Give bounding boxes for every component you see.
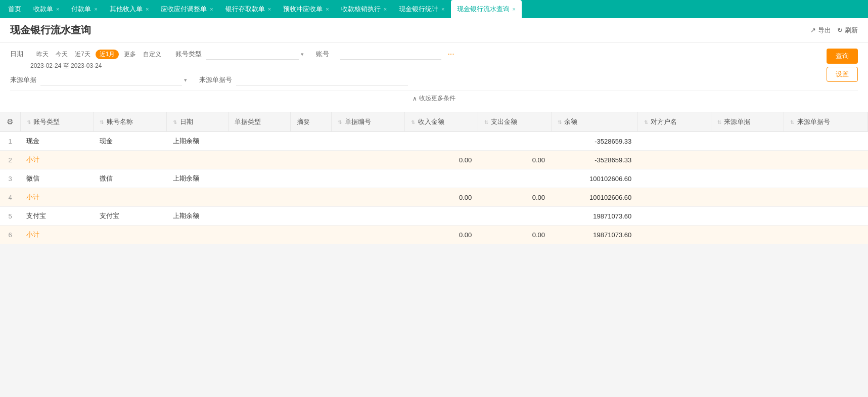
- row-summary: [290, 207, 331, 226]
- table-settings-col[interactable]: ⚙: [0, 112, 20, 132]
- row-doc-type: [228, 132, 290, 151]
- source-doc-no-filter: 来源单据号: [199, 74, 408, 85]
- close-receipt-icon[interactable]: ×: [56, 6, 59, 12]
- row-doc-type: [228, 169, 290, 188]
- row-doc-no: [332, 207, 405, 226]
- account-type-input[interactable]: [206, 49, 299, 60]
- refresh-button[interactable]: ↻ 刷新: [837, 26, 858, 35]
- row-balance: 19871073.60: [551, 207, 637, 226]
- source-doc-input[interactable]: [40, 74, 182, 85]
- sort-expense-icon: ⇅: [484, 119, 488, 125]
- nav-collection-exec[interactable]: 收款核销执行 ×: [335, 0, 393, 18]
- row-date: [167, 151, 228, 169]
- close-other-income-icon[interactable]: ×: [146, 6, 149, 12]
- row-balance: 100102606.60: [551, 169, 637, 188]
- row-summary: [290, 132, 331, 151]
- row-seq: 4: [0, 188, 20, 207]
- collapse-bar[interactable]: ∧ 收起更多条件: [10, 91, 858, 106]
- account-more-icon[interactable]: ···: [447, 50, 454, 59]
- row-source-doc: [711, 169, 784, 188]
- table-settings-icon[interactable]: ⚙: [7, 117, 13, 126]
- col-expense[interactable]: ⇅ 支出金额: [478, 112, 551, 132]
- shortcut-1month[interactable]: 近1月: [96, 50, 119, 59]
- table-header-row: ⚙ ⇅ 账号类型 ⇅ 账号名称 ⇅ 日期 单据类型 摘要: [0, 112, 868, 132]
- row-source-doc: [711, 151, 784, 169]
- close-collection-exec-icon[interactable]: ×: [384, 6, 387, 12]
- table-row: 3微信微信上期余额100102606.60: [0, 169, 868, 188]
- row-doc-no: [332, 132, 405, 151]
- row-counterparty: [637, 207, 711, 226]
- col-source-doc-no[interactable]: ⇅ 来源单据号: [784, 112, 868, 132]
- sort-balance-icon: ⇅: [558, 119, 562, 125]
- nav-bank-deposit[interactable]: 银行存取款单 ×: [219, 0, 277, 18]
- shortcut-yesterday[interactable]: 昨天: [34, 50, 51, 59]
- col-date[interactable]: ⇅ 日期: [167, 112, 228, 132]
- sort-source-doc-no-icon: ⇅: [790, 119, 794, 125]
- row-source-doc: [711, 188, 784, 207]
- col-balance[interactable]: ⇅ 余额: [551, 112, 637, 132]
- date-filter-group: 日期 昨天 今天 近7天 近1月 更多 自定义: [10, 50, 163, 59]
- row-doc-no: [332, 169, 405, 188]
- close-payment-icon[interactable]: ×: [94, 6, 97, 12]
- col-source-doc[interactable]: ⇅ 来源单据: [711, 112, 784, 132]
- account-input[interactable]: [340, 49, 441, 60]
- row-account-name: [94, 226, 167, 244]
- row-source-doc: [711, 207, 784, 226]
- shortcut-7days[interactable]: 近7天: [73, 50, 93, 59]
- nav-advance-receipt[interactable]: 预收冲应收单 ×: [277, 0, 335, 18]
- source-doc-no-input[interactable]: [236, 74, 408, 85]
- settings-button[interactable]: 设置: [827, 67, 858, 82]
- source-doc-chevron-icon: ▾: [184, 77, 187, 83]
- shortcut-more[interactable]: 更多: [122, 50, 138, 59]
- nav-other-income[interactable]: 其他收入单 ×: [104, 0, 155, 18]
- row-doc-type: [228, 207, 290, 226]
- row-doc-no: [332, 151, 405, 169]
- nav-cash-bank-flow[interactable]: 现金银行流水查询 ×: [451, 0, 522, 18]
- row-source-doc-no: [784, 132, 868, 151]
- col-income[interactable]: ⇅ 收入金额: [404, 112, 478, 132]
- nav-cash-bank-stats[interactable]: 现金银行统计 ×: [393, 0, 450, 18]
- row-account-type: 微信: [20, 169, 94, 188]
- nav-home[interactable]: 首页: [2, 0, 27, 18]
- col-account-type[interactable]: ⇅ 账号类型: [20, 112, 94, 132]
- row-expense: [478, 169, 551, 188]
- close-ar-ap-icon[interactable]: ×: [210, 6, 213, 12]
- shortcut-today[interactable]: 今天: [54, 50, 70, 59]
- row-doc-no: [332, 226, 405, 244]
- col-account-name[interactable]: ⇅ 账号名称: [94, 112, 167, 132]
- source-doc-select-wrapper: ▾: [40, 74, 187, 85]
- row-source-doc-no: [784, 151, 868, 169]
- top-navigation: 首页 收款单 × 付款单 × 其他收入单 × 应收应付调整单 × 银行存取款单 …: [0, 0, 868, 18]
- row-date: 上期余额: [167, 207, 228, 226]
- row-source-doc-no: [784, 169, 868, 188]
- col-doc-type: 单据类型: [228, 112, 290, 132]
- source-doc-label: 来源单据: [10, 75, 36, 84]
- row-account-name: 微信: [94, 169, 167, 188]
- nav-ar-ap-adjust[interactable]: 应收应付调整单 ×: [155, 0, 219, 18]
- nav-payment[interactable]: 付款单 ×: [65, 0, 103, 18]
- action-buttons: 查询 设置: [827, 49, 858, 82]
- close-cash-flow-icon[interactable]: ×: [513, 6, 516, 12]
- close-bank-deposit-icon[interactable]: ×: [268, 6, 271, 12]
- row-date: 上期余额: [167, 132, 228, 151]
- shortcut-custom[interactable]: 自定义: [141, 50, 163, 59]
- close-cash-stats-icon[interactable]: ×: [441, 6, 444, 12]
- row-account-type: 现金: [20, 132, 94, 151]
- col-counterparty[interactable]: ⇅ 对方户名: [637, 112, 711, 132]
- col-doc-no[interactable]: ⇅ 单据编号: [332, 112, 405, 132]
- row-summary: [290, 151, 331, 169]
- row-seq: 6: [0, 226, 20, 244]
- table-row: 5支付宝支付宝上期余额19871073.60: [0, 207, 868, 226]
- row-balance: -3528659.33: [551, 132, 637, 151]
- close-advance-receipt-icon[interactable]: ×: [326, 6, 329, 12]
- row-account-name: [94, 151, 167, 169]
- row-income: 0.00: [404, 226, 478, 244]
- filter-area: 日期 昨天 今天 近7天 近1月 更多 自定义 账号类型 ▾: [0, 42, 868, 112]
- header-actions: ↗ 导出 ↻ 刷新: [810, 26, 858, 35]
- row-income: [404, 132, 478, 151]
- row-account-type: 小计: [20, 226, 94, 244]
- export-button[interactable]: ↗ 导出: [810, 26, 831, 35]
- nav-receipt[interactable]: 收款单 ×: [27, 0, 65, 18]
- query-button[interactable]: 查询: [827, 49, 858, 64]
- row-seq: 3: [0, 169, 20, 188]
